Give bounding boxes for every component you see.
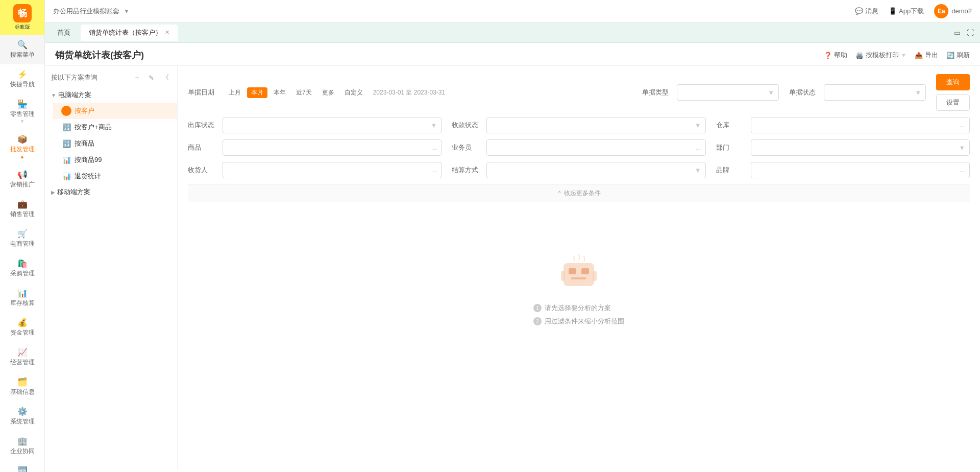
tree-child-return-stat[interactable]: 📊 退货统计 [53,168,177,184]
collapse-bar[interactable]: ⌃ 收起更多条件 [188,184,970,202]
tree-child-by-customer[interactable]: 人 按客户 [53,103,177,119]
filter-salesperson: 业务员 … [452,139,705,156]
tree-parent-mobile[interactable]: ▶ 移动端方案 [45,184,177,200]
sidebar-item-wholesale[interactable]: 📦 批发管理 ▲ [0,129,44,164]
svg-rect-2 [581,268,589,274]
brand-input[interactable]: … [751,162,970,178]
date-tab-this-year[interactable]: 本年 [270,87,290,98]
help-btn[interactable]: ❓ 帮助 [824,51,847,60]
sidebar-item-retail[interactable]: 🏪 零售管理 ▼ [0,94,44,129]
empty-state: 1 请先选择要分析的方案 2 用过滤条件来缩小分析范围 [188,202,970,367]
query-btn[interactable]: 查询 [936,74,970,90]
tree-parent-desktop[interactable]: ▼ 电脑端方案 [45,87,177,103]
tab-minimize-icon[interactable]: ▭ [952,27,963,39]
sidebar-item-inventory[interactable]: 📊 库存核算 [0,283,44,313]
date-tab-last7[interactable]: 近7天 [292,87,316,98]
left-panel-actions: ＋ ✎ 《 [131,72,171,83]
tab-sales-stat[interactable]: 销货单统计表（按客户） ✕ [81,25,178,41]
svg-rect-3 [571,277,586,279]
out-status-label: 出库状态 [188,121,218,130]
left-panel: 按以下方案查询 ＋ ✎ 《 ▼ 电脑端方案 [45,66,178,469]
receiver-input[interactable]: … [223,162,442,178]
payment-method-label: 结算方式 [452,166,482,175]
add-scheme-btn[interactable]: ＋ [131,72,142,83]
date-tab-this-month[interactable]: 本月 [247,87,267,98]
user-area[interactable]: Ea demo2 [934,4,972,18]
payment-status-label: 收款状态 [452,121,482,130]
header-dropdown-icon[interactable]: ▼ [124,8,130,15]
page-actions: ❓ 帮助 🖨️ 按模板打印 ▼ 📤 导出 � [824,51,970,60]
marketing-icon: 📢 [17,170,28,179]
doc-status-dropdown-icon: ▼ [915,89,921,97]
tree-expand-icon: ▼ [51,92,56,98]
tree-child-by-product[interactable]: 🔢 按商品 [53,135,177,152]
app-download-btn[interactable]: 📱 App下载 [889,7,924,16]
svg-rect-5 [593,271,597,281]
svg-rect-0 [564,263,594,286]
filter-goods: 商品 … [188,139,442,156]
date-tab-last-month[interactable]: 上月 [225,87,245,98]
tree-children-desktop: 人 按客户 🔢 按客户+商品 🔢 按商品 [45,103,177,184]
salesperson-more-icon: … [695,144,701,151]
sidebar-item-quick-nav[interactable]: ⚡ 快捷导航 [0,64,44,94]
warehouse-input[interactable]: … [751,117,970,133]
payment-method-select[interactable]: ▼ [486,162,705,178]
message-btn[interactable]: 💬 消息 [855,7,878,16]
export-btn[interactable]: 📤 导出 [915,51,938,60]
quick-nav-icon: ⚡ [17,69,28,79]
operations-icon: 📈 [17,347,28,357]
tree-mobile: ▶ 移动端方案 [45,184,177,200]
edit-scheme-btn[interactable]: ✎ [145,72,157,83]
sidebar-item-enterprise[interactable]: 🏢 企业协同 [0,431,44,461]
finance-icon: 💰 [17,318,28,327]
goods-input[interactable]: … [223,139,442,156]
sidebar-item-basic[interactable]: 🗂️ 基础信息 [0,372,44,402]
doc-type-dropdown-icon: ▼ [768,89,774,97]
tree-desktop: ▼ 电脑端方案 人 按客户 🔢 按客户+商品 [45,87,177,184]
header-title: 办公用品行业模拟账套 [53,7,119,16]
sidebar-item-operations[interactable]: 📈 经营管理 [0,342,44,372]
sidebar-item-sales[interactable]: 💼 销售管理 [0,194,44,224]
date-tab-more[interactable]: 更多 [318,87,338,98]
template-print-btn[interactable]: 🖨️ 按模板打印 ▼ [855,51,906,60]
setting-btn[interactable]: 设置 [936,95,970,111]
wholesale-arrow-icon: ▲ [20,154,25,159]
sidebar-item-newuser[interactable]: 🆕 新手引导 [0,461,44,472]
sidebar-item-marketing[interactable]: 📢 营销推广 [0,164,44,194]
doc-type-select[interactable]: ▼ [677,84,779,101]
tab-home[interactable]: 首页 [49,25,79,41]
sidebar-item-finance[interactable]: 💰 资金管理 [0,313,44,342]
doc-status-select[interactable]: ▼ [824,84,926,101]
date-range: 2023-03-01 至 2023-03-31 [373,88,445,97]
sidebar-item-purchase[interactable]: 🛍️ 采购管理 [0,253,44,283]
filter-out-status: 出库状态 ▼ [188,117,442,133]
refresh-icon: 🔄 [946,52,954,59]
svg-rect-4 [561,271,565,281]
print-dropdown-icon: ▼ [901,52,906,58]
tip1-num: 1 [533,304,542,312]
date-row: 单据日期 上月 本月 本年 近7天 更多 自定义 2023-03-01 至 20… [188,74,970,111]
empty-tip-2: 2 用过滤条件来缩小分析范围 [533,317,624,326]
sidebar-item-system[interactable]: ⚙️ 系统管理 [0,402,44,431]
tab-maximize-icon[interactable]: ⛶ [965,27,976,39]
department-select[interactable]: ▼ [751,139,970,156]
salesperson-input[interactable]: … [486,139,705,156]
empty-tips: 1 请先选择要分析的方案 2 用过滤条件来缩小分析范围 [533,303,624,326]
tab-close-icon[interactable]: ✕ [165,29,169,36]
newuser-icon: 🆕 [17,466,28,472]
date-tab-custom[interactable]: 自定义 [340,87,367,98]
app-download-icon: 📱 [889,7,897,15]
out-status-select[interactable]: ▼ [223,117,442,133]
tree-child-by-customer-product[interactable]: 🔢 按客户+商品 [53,119,177,135]
tree-child-by-product99[interactable]: 📊 按商品99 [53,152,177,168]
refresh-btn[interactable]: 🔄 刷新 [946,51,970,60]
filter-payment-status: 收款状态 ▼ [452,117,705,133]
sidebar-item-search[interactable]: 🔍 搜索菜单 [0,35,44,64]
empty-tip-1: 1 请先选择要分析的方案 [533,303,624,313]
sidebar-logo: 畅 标账版 [0,0,44,35]
sidebar-item-ecommerce[interactable]: 🛒 电商管理 [0,224,44,253]
department-dropdown-icon: ▼ [959,144,965,152]
payment-status-select[interactable]: ▼ [486,117,705,133]
collapse-left-btn[interactable]: 《 [160,72,171,83]
filter-doc-status-row: 单据状态 ▼ [789,84,926,101]
